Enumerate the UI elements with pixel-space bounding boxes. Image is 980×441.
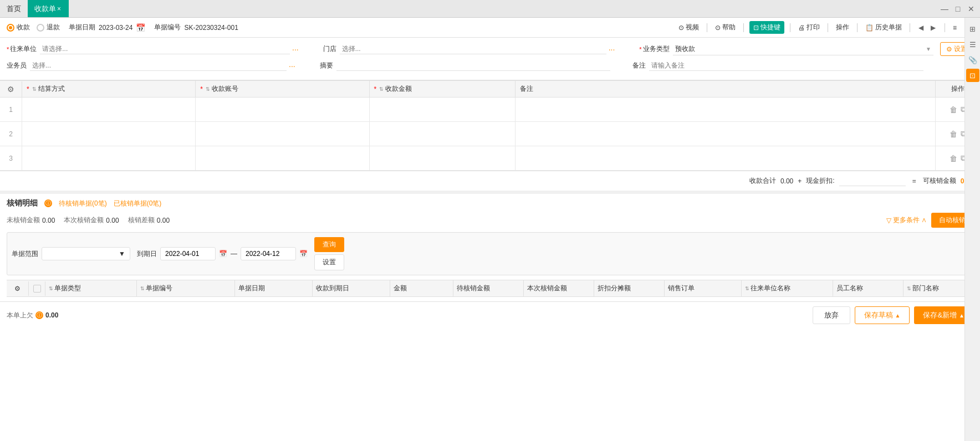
discount-input[interactable] bbox=[839, 176, 906, 186]
receipt-type-group: 收款 退款 bbox=[7, 23, 60, 32]
bth-check[interactable] bbox=[29, 281, 45, 296]
maximize-button[interactable]: □ bbox=[953, 4, 962, 13]
radio-receipt[interactable]: 收款 bbox=[7, 23, 30, 32]
td-remark-1[interactable] bbox=[515, 98, 936, 121]
print-btn[interactable]: 🖨 打印 bbox=[796, 22, 822, 33]
sidebar-table-icon[interactable]: ⊞ bbox=[966, 22, 979, 35]
sidebar-attach-icon[interactable]: 📎 bbox=[966, 53, 979, 66]
nav-left-btn[interactable]: ◀ bbox=[916, 22, 927, 33]
td-settlement-3[interactable] bbox=[22, 146, 196, 170]
summary-input[interactable] bbox=[336, 60, 611, 71]
tab-home[interactable]: 首页 bbox=[0, 0, 28, 17]
range-dropdown-icon: ▼ bbox=[119, 250, 125, 258]
writeoff-info-icon[interactable]: ⓘ bbox=[44, 199, 52, 207]
business-type-select[interactable]: 预收款 ▼ bbox=[673, 43, 933, 55]
th-settings[interactable]: ⚙ bbox=[0, 81, 22, 97]
bth-num-label: 单据编号 bbox=[146, 284, 172, 293]
store-input[interactable] bbox=[340, 44, 606, 54]
sort-icon-account: ⇅ bbox=[206, 86, 210, 92]
table-settings-icon[interactable]: ⚙ bbox=[7, 85, 14, 94]
operation-btn[interactable]: 操作 bbox=[834, 22, 851, 33]
auto-writeoff-label: 自动核销 bbox=[939, 216, 966, 224]
list-view-btn[interactable]: ≡ bbox=[951, 23, 959, 33]
bth-unit: ⇅ 往来单位名称 bbox=[742, 280, 833, 296]
radio-receipt-label: 收款 bbox=[17, 23, 30, 32]
td-amount-1[interactable] bbox=[370, 98, 516, 121]
more-conditions-btn[interactable]: ▽ 更多条件 ∧ bbox=[886, 216, 927, 225]
staff-more-btn[interactable]: ··· bbox=[287, 61, 298, 70]
date-from-input[interactable] bbox=[160, 247, 216, 260]
tab-receipt[interactable]: 收款单 × bbox=[28, 0, 69, 17]
shortcut-btn[interactable]: ⊡ 快捷键 bbox=[749, 21, 784, 34]
help-btn[interactable]: ⊙ 帮助 bbox=[713, 22, 738, 33]
close-button[interactable]: ✕ bbox=[967, 4, 976, 13]
calendar-icon[interactable]: 📅 bbox=[136, 23, 145, 32]
delete-icon-1[interactable]: 🗑 bbox=[950, 105, 957, 114]
th-amount-label: 收款金额 bbox=[385, 84, 412, 94]
uncancelled-stat: 未核销金额 0.00 bbox=[7, 216, 55, 225]
abandon-label: 放弃 bbox=[824, 311, 839, 319]
calendar-from-icon[interactable]: 📅 bbox=[219, 250, 227, 258]
radio-refund[interactable]: 退款 bbox=[37, 23, 60, 32]
delete-icon-2[interactable]: 🗑 bbox=[950, 130, 957, 139]
bth-pending: 待核销金额 bbox=[453, 280, 524, 296]
date-range-filter: 到期日 📅 — 📅 bbox=[137, 247, 308, 260]
delete-icon-3[interactable]: 🗑 bbox=[950, 154, 957, 163]
bth-due: 收款到期日 bbox=[313, 280, 390, 296]
query-label: 查询 bbox=[323, 240, 336, 248]
done-tab-link[interactable]: 已核销单据(0笔) bbox=[114, 199, 162, 208]
sort-icon-settlement: ⇅ bbox=[32, 86, 37, 92]
td-settlement-2[interactable] bbox=[22, 122, 196, 146]
header-checkbox[interactable] bbox=[33, 285, 41, 293]
date-value: 2023-03-24 bbox=[99, 24, 132, 32]
note-field: 备注 bbox=[632, 60, 923, 71]
range-select[interactable]: ▼ bbox=[42, 247, 130, 260]
total-label: 收款合计 bbox=[749, 176, 776, 186]
filter-settings-btn[interactable]: 设置 bbox=[314, 254, 344, 270]
bottom-info-icon[interactable]: ⓘ bbox=[35, 311, 43, 319]
store-more-btn[interactable]: ··· bbox=[606, 45, 617, 54]
diff-value: 0.00 bbox=[157, 217, 170, 224]
date-to-input[interactable] bbox=[241, 247, 296, 260]
sidebar-list-icon[interactable]: ☰ bbox=[966, 38, 979, 51]
calendar-to-icon[interactable]: 📅 bbox=[299, 250, 308, 258]
staff-input[interactable] bbox=[30, 60, 287, 71]
td-account-3[interactable] bbox=[196, 146, 369, 170]
bth-dept-label: 部门名称 bbox=[912, 284, 939, 293]
sidebar-expand-icon[interactable]: ⊡ bbox=[966, 69, 979, 82]
td-account-1[interactable] bbox=[196, 98, 369, 121]
bth-settings[interactable]: ⚙ bbox=[7, 281, 29, 296]
settings-icon: ⚙ bbox=[946, 45, 952, 53]
counterparty-more-btn[interactable]: ··· bbox=[290, 45, 301, 54]
td-remark-2[interactable] bbox=[515, 122, 936, 146]
tab-receipt-label: 收款单 bbox=[34, 4, 56, 14]
history-btn[interactable]: 📋 历史单据 bbox=[863, 22, 904, 33]
td-amount-2[interactable] bbox=[370, 122, 516, 146]
toolbar-right: ⊙ 视频 ⊙ 帮助 ⊡ 快捷键 🖨 打印 操作 bbox=[676, 21, 973, 34]
bth-unit-label: 往来单位名称 bbox=[751, 284, 790, 293]
abandon-btn[interactable]: 放弃 bbox=[813, 306, 850, 324]
bth-current: 本次核销金额 bbox=[524, 280, 594, 296]
row-num-3: 3 bbox=[0, 146, 22, 170]
counterparty-input[interactable] bbox=[40, 44, 290, 54]
td-account-2[interactable] bbox=[196, 122, 369, 146]
bth-amount-label: 金额 bbox=[394, 284, 407, 293]
note-input[interactable] bbox=[649, 60, 923, 71]
bottom-bar: 本单上欠 ⓘ 0.00 放弃 保存草稿 ▲ 保存&新增 ▲ bbox=[0, 301, 980, 329]
query-btn[interactable]: 查询 bbox=[314, 237, 344, 252]
pending-tab-link[interactable]: 待核销单据(0笔) bbox=[59, 199, 107, 208]
nav-right-btn[interactable]: ▶ bbox=[928, 22, 939, 33]
td-amount-3[interactable] bbox=[370, 146, 516, 170]
note-label: 备注 bbox=[632, 61, 646, 70]
tab-close-button[interactable]: × bbox=[56, 5, 62, 13]
th-settlement: ⇅ 结算方式 bbox=[22, 81, 196, 97]
minimize-button[interactable]: — bbox=[940, 4, 949, 13]
filter-icon: ▽ bbox=[886, 217, 891, 224]
save-draft-btn[interactable]: 保存草稿 ▲ bbox=[855, 306, 910, 324]
total-value: 0.00 bbox=[780, 177, 793, 185]
top-toolbar: 收款 退款 单据日期 2023-03-24 📅 单据编号 SK-20230324… bbox=[0, 18, 980, 38]
video-btn[interactable]: ⊙ 视频 bbox=[676, 22, 701, 33]
td-settlement-1[interactable] bbox=[22, 98, 196, 121]
td-remark-3[interactable] bbox=[515, 146, 936, 170]
business-type-value: 预收款 bbox=[675, 44, 923, 54]
